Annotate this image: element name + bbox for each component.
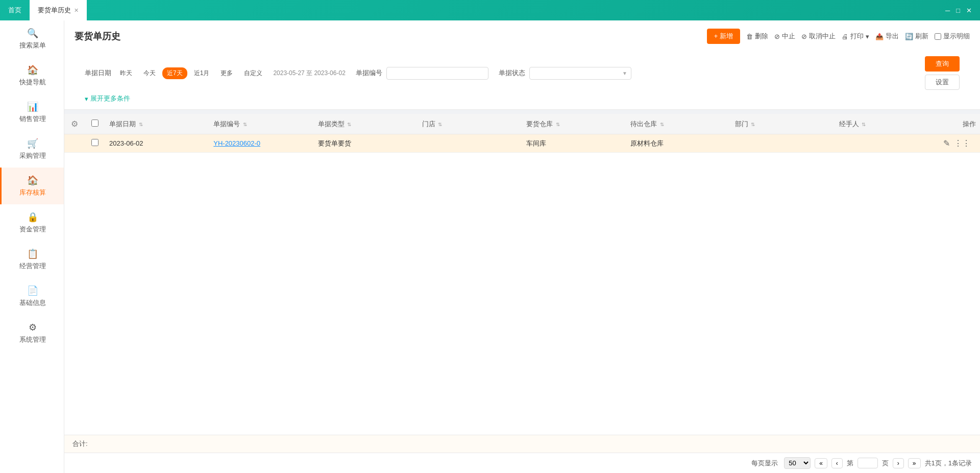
next-page-button[interactable]: › bbox=[893, 458, 904, 468]
inventory-icon: 🏠 bbox=[27, 175, 38, 186]
close-window-icon[interactable]: ✕ bbox=[966, 7, 972, 14]
page-number-input[interactable]: 1 bbox=[857, 458, 878, 468]
row-operations: ✎ ⋮⋮ bbox=[939, 134, 980, 153]
department-sort-icon[interactable]: ⇅ bbox=[751, 122, 755, 127]
table-container: ⚙ 单据日期 ⇅ 单据编号 ⇅ bbox=[64, 114, 980, 473]
topbar-tabs: 首页 要货单历史 ✕ bbox=[0, 0, 87, 20]
date-btn-today[interactable]: 今天 bbox=[139, 67, 160, 79]
sidebar-item-capital-mgmt[interactable]: 🔒 资金管理 bbox=[0, 204, 64, 241]
row-doc-date: 2023-06-02 bbox=[105, 134, 209, 153]
doc-date-sort-icon[interactable]: ⇅ bbox=[139, 122, 143, 127]
sidebar: 🔍 搜索菜单 🏠 快捷导航 📊 销售管理 🛒 采购管理 🏠 库存核算 🔒 资金管… bbox=[0, 20, 64, 473]
row-pending-warehouse: 原材料仓库 bbox=[626, 134, 730, 153]
export-button[interactable]: 📤 导出 bbox=[875, 32, 899, 41]
col-settings: ⚙ bbox=[64, 114, 85, 134]
row-doc-number: YH-20230602-0 bbox=[209, 134, 313, 153]
sidebar-item-purchase-mgmt[interactable]: 🛒 采购管理 bbox=[0, 131, 64, 168]
delete-icon: 🗑 bbox=[746, 33, 753, 40]
display-detail-button[interactable]: 显示明细 bbox=[935, 32, 970, 41]
sidebar-item-basic-info[interactable]: 📄 基础信息 bbox=[0, 278, 64, 315]
date-btn-last7days[interactable]: 近7天 bbox=[162, 67, 187, 79]
row-checkbox-cell bbox=[85, 134, 105, 153]
basic-info-icon: 📄 bbox=[27, 285, 38, 296]
select-all-checkbox[interactable] bbox=[91, 120, 99, 127]
close-tab-icon[interactable]: ✕ bbox=[74, 7, 79, 14]
sidebar-item-quick-nav[interactable]: 🏠 快捷导航 bbox=[0, 57, 64, 94]
col-doc-type: 单据类型 ⇅ bbox=[314, 114, 418, 134]
date-filter-label: 单据日期 bbox=[85, 68, 111, 78]
tab-home[interactable]: 首页 bbox=[0, 0, 30, 20]
col-department: 部门 ⇅ bbox=[731, 114, 835, 134]
handler-sort-icon[interactable]: ⇅ bbox=[862, 122, 866, 127]
doc-status-label: 单据状态 bbox=[499, 68, 525, 78]
doc-status-select[interactable] bbox=[529, 67, 631, 80]
date-btn-yesterday[interactable]: 昨天 bbox=[115, 67, 137, 79]
print-dropdown-icon: ▾ bbox=[866, 33, 869, 40]
sales-icon: 📊 bbox=[27, 101, 38, 112]
tab-requisition-history[interactable]: 要货单历史 ✕ bbox=[30, 0, 87, 20]
doc-number-link[interactable]: YH-20230602-0 bbox=[213, 139, 260, 147]
filter-row: 单据日期 昨天 今天 近7天 近1月 更多 自定义 2023-05-27 至 2… bbox=[85, 56, 960, 90]
col-doc-number: 单据编号 ⇅ bbox=[209, 114, 313, 134]
sidebar-item-operations-mgmt[interactable]: 📋 经营管理 bbox=[0, 241, 64, 278]
prev-page-button[interactable]: ‹ bbox=[831, 458, 843, 468]
cancel-stop-icon: ⊘ bbox=[801, 33, 807, 40]
doc-type-sort-icon[interactable]: ⇅ bbox=[347, 122, 351, 127]
sidebar-item-inventory-calc[interactable]: 🏠 库存核算 bbox=[0, 168, 64, 204]
search-menu-icon: 🔍 bbox=[27, 28, 38, 39]
row-more-button[interactable]: ⋮⋮ bbox=[954, 138, 970, 148]
stop-button[interactable]: ⊘ 中止 bbox=[774, 32, 795, 41]
col-pending-warehouse: 待出仓库 ⇅ bbox=[626, 114, 730, 134]
date-btn-more[interactable]: 更多 bbox=[216, 67, 237, 79]
col-operations: 操作 bbox=[939, 114, 980, 134]
table-header-row: ⚙ 单据日期 ⇅ 单据编号 ⇅ bbox=[64, 114, 980, 134]
doc-number-label: 单据编号 bbox=[356, 68, 382, 78]
cancel-stop-button[interactable]: ⊘ 取消中止 bbox=[801, 32, 836, 41]
row-checkbox[interactable] bbox=[91, 139, 99, 146]
row-department bbox=[731, 134, 835, 153]
doc-number-sort-icon[interactable]: ⇅ bbox=[243, 122, 247, 127]
col-store: 门店 ⇅ bbox=[418, 114, 522, 134]
add-button[interactable]: + 新增 bbox=[707, 29, 740, 44]
pending-warehouse-sort-icon[interactable]: ⇅ bbox=[660, 122, 664, 127]
purchase-icon: 🛒 bbox=[27, 138, 38, 149]
row-req-warehouse: 车间库 bbox=[522, 134, 626, 153]
sidebar-item-search-menu[interactable]: 🔍 搜索菜单 bbox=[0, 20, 64, 57]
expand-more-button[interactable]: ▾ 展开更多条件 bbox=[85, 94, 960, 103]
display-detail-checkbox[interactable] bbox=[935, 33, 941, 40]
col-checkbox bbox=[85, 114, 105, 134]
pagination-area: 每页显示 50 100 200 « ‹ 第 1 页 › » 共1页，1条记录 bbox=[64, 453, 980, 473]
minimize-icon[interactable]: ─ bbox=[945, 7, 950, 14]
doc-number-input[interactable] bbox=[386, 67, 488, 80]
sidebar-item-system-mgmt[interactable]: ⚙ 系统管理 bbox=[0, 315, 64, 351]
row-store bbox=[418, 134, 522, 153]
date-btn-last1month[interactable]: 近1月 bbox=[189, 67, 214, 79]
print-button[interactable]: 🖨 打印 ▾ bbox=[842, 32, 869, 41]
date-btn-custom[interactable]: 自定义 bbox=[239, 67, 267, 79]
expand-more-icon: ▾ bbox=[85, 95, 88, 103]
refresh-button[interactable]: 🔄 刷新 bbox=[905, 32, 928, 41]
capital-icon: 🔒 bbox=[27, 211, 38, 223]
req-warehouse-sort-icon[interactable]: ⇅ bbox=[556, 122, 560, 127]
maximize-icon[interactable]: □ bbox=[956, 7, 960, 14]
first-page-button[interactable]: « bbox=[815, 458, 827, 468]
filter-settings-button[interactable]: 设置 bbox=[925, 75, 960, 90]
filter-area: 单据日期 昨天 今天 近7天 近1月 更多 自定义 2023-05-27 至 2… bbox=[75, 50, 970, 109]
stop-icon: ⊘ bbox=[774, 33, 780, 40]
per-page-select[interactable]: 50 100 200 bbox=[784, 457, 811, 469]
col-handler: 经手人 ⇅ bbox=[835, 114, 939, 134]
delete-button[interactable]: 🗑 删除 bbox=[746, 32, 768, 41]
column-settings-icon[interactable]: ⚙ bbox=[71, 120, 78, 128]
content-area: 要货单历史 + 新增 🗑 删除 ⊘ 中止 ⊘ 取消中止 bbox=[64, 20, 980, 473]
doc-status-select-wrapper bbox=[529, 67, 631, 80]
last-page-button[interactable]: » bbox=[908, 458, 921, 468]
date-filter-group: 单据日期 昨天 今天 近7天 近1月 更多 自定义 2023-05-27 至 2… bbox=[85, 67, 346, 79]
row-edit-button[interactable]: ✎ bbox=[943, 138, 950, 148]
per-page-label: 每页显示 bbox=[751, 459, 778, 468]
page-title-row: 要货单历史 + 新增 🗑 删除 ⊘ 中止 ⊘ 取消中止 bbox=[75, 29, 970, 44]
store-sort-icon[interactable]: ⇅ bbox=[438, 122, 442, 127]
print-icon: 🖨 bbox=[842, 33, 848, 40]
row-doc-type: 要货单要货 bbox=[314, 134, 418, 153]
sidebar-item-sales-mgmt[interactable]: 📊 销售管理 bbox=[0, 94, 64, 131]
query-button[interactable]: 查询 bbox=[925, 56, 960, 72]
